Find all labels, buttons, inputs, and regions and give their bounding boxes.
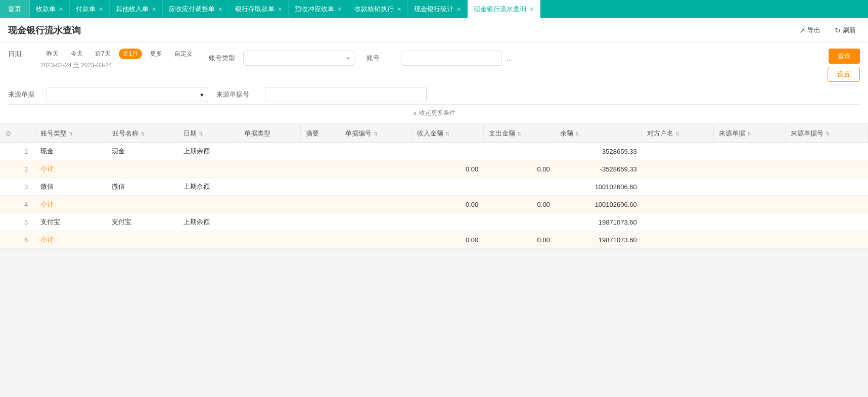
cell-doc_type bbox=[239, 178, 301, 196]
date-shortcuts: 昨天今天近7天近1月更多自定义 bbox=[42, 49, 197, 59]
nav-tab[interactable]: 收款核销执行✕ bbox=[348, 0, 408, 18]
row-number: 6 bbox=[17, 231, 35, 249]
cell-income: 0.00 bbox=[412, 196, 484, 213]
sort-icon: ⇅ bbox=[826, 131, 830, 137]
gear-icon[interactable]: ⚙ bbox=[5, 129, 12, 138]
table-row: 3微信微信上期余额100102606.60 bbox=[0, 178, 868, 196]
cell-counterparty bbox=[642, 231, 714, 249]
close-icon[interactable]: ✕ bbox=[218, 6, 222, 13]
settings-button[interactable]: 设置 bbox=[828, 67, 860, 82]
nav-tab[interactable]: 银行存取款单✕ bbox=[229, 0, 289, 18]
refresh-button[interactable]: ↻ 刷新 bbox=[831, 24, 860, 37]
cell-account_type: 小计 bbox=[35, 196, 107, 213]
cell-counterparty bbox=[642, 143, 714, 160]
column-header-income[interactable]: 收入金额⇅ bbox=[412, 125, 484, 143]
cell-balance: -3528659.33 bbox=[555, 143, 642, 160]
account-input[interactable] bbox=[401, 51, 502, 66]
close-icon[interactable]: ✕ bbox=[152, 6, 156, 13]
cell-income bbox=[412, 178, 484, 196]
date-label: 日期 bbox=[8, 50, 38, 59]
sort-icon: ⇅ bbox=[747, 131, 751, 137]
source-doc-chevron-icon: ▾ bbox=[200, 91, 204, 99]
cell-source_doc_no bbox=[785, 213, 867, 231]
top-navigation: 首页 收款单✕付款单✕其他收入单✕应收应付调整单✕银行存取款单✕预收冲应收单✕收… bbox=[0, 0, 868, 18]
sort-icon: ⇅ bbox=[445, 131, 449, 137]
row-gear-cell bbox=[0, 160, 17, 178]
cell-account_name bbox=[107, 160, 178, 178]
column-header-counterparty[interactable]: 对方户名⇅ bbox=[642, 125, 714, 143]
cell-balance: 19871073.60 bbox=[555, 213, 642, 231]
close-icon[interactable]: ✕ bbox=[529, 6, 534, 13]
cell-counterparty bbox=[642, 213, 714, 231]
nav-tab[interactable]: 付款单✕ bbox=[70, 0, 110, 18]
cell-date bbox=[178, 231, 239, 249]
cell-source_doc_no bbox=[785, 196, 867, 213]
row-number: 5 bbox=[17, 213, 35, 231]
close-icon[interactable]: ✕ bbox=[99, 6, 103, 13]
close-icon[interactable]: ✕ bbox=[397, 6, 401, 13]
nav-tab[interactable]: 其他收入单✕ bbox=[110, 0, 163, 18]
cell-source_doc_no bbox=[785, 160, 867, 178]
column-header-balance[interactable]: 余额⇅ bbox=[555, 125, 642, 143]
column-header-source_doc[interactable]: 来源单据⇅ bbox=[713, 125, 785, 143]
cell-doc_no bbox=[340, 231, 412, 249]
cell-doc_type bbox=[239, 231, 301, 249]
cell-summary bbox=[301, 231, 340, 249]
cell-date bbox=[178, 160, 239, 178]
column-header-date[interactable]: 日期⇅ bbox=[178, 125, 239, 143]
cell-doc_no bbox=[340, 160, 412, 178]
nav-home[interactable]: 首页 bbox=[0, 0, 30, 18]
source-doc-no-input[interactable] bbox=[265, 87, 427, 102]
header-actions: ↗ 导出 ↻ 刷新 bbox=[795, 24, 860, 37]
cell-counterparty bbox=[642, 178, 714, 196]
column-header-doc_no[interactable]: 单据编号⇅ bbox=[340, 125, 412, 143]
cell-summary bbox=[301, 178, 340, 196]
close-icon[interactable]: ✕ bbox=[59, 6, 63, 13]
column-header-account_type[interactable]: 账号类型⇅ bbox=[35, 125, 107, 143]
collapse-button[interactable]: ∧ 收起更多条件 bbox=[8, 104, 860, 117]
row-gear-cell bbox=[0, 196, 17, 213]
cell-account_type: 支付宝 bbox=[35, 213, 107, 231]
export-button[interactable]: ↗ 导出 bbox=[795, 24, 825, 37]
source-doc-no-label: 来源单据号 bbox=[216, 90, 257, 99]
account-type-select[interactable]: ▾ bbox=[243, 51, 354, 66]
close-icon[interactable]: ✕ bbox=[278, 6, 282, 13]
date-shortcut-today[interactable]: 今天 bbox=[67, 49, 87, 59]
cell-doc_type bbox=[239, 143, 301, 160]
cell-account_type: 小计 bbox=[35, 231, 107, 249]
date-shortcut-yesterday[interactable]: 昨天 bbox=[42, 49, 63, 59]
cell-summary bbox=[301, 160, 340, 178]
close-icon[interactable]: ✕ bbox=[456, 6, 461, 13]
export-icon: ↗ bbox=[799, 26, 805, 34]
nav-tab[interactable]: 应收应付调整单✕ bbox=[163, 0, 229, 18]
cell-date bbox=[178, 196, 239, 213]
date-shortcut-more[interactable]: 更多 bbox=[146, 49, 166, 59]
date-shortcut-1month[interactable]: 近1月 bbox=[119, 49, 143, 59]
table-row: 2小计0.000.00-3528659.33 bbox=[0, 160, 868, 178]
page-title: 现金银行流水查询 bbox=[8, 24, 81, 36]
cell-source_doc bbox=[713, 143, 785, 160]
account-dots-button[interactable]: ... bbox=[504, 54, 515, 63]
column-header-expense[interactable]: 支出金额⇅ bbox=[483, 125, 555, 143]
cell-date: 上期余额 bbox=[178, 178, 239, 196]
nav-tab[interactable]: 预收冲应收单✕ bbox=[289, 0, 348, 18]
row-gear-cell bbox=[0, 213, 17, 231]
cell-counterparty bbox=[642, 196, 714, 213]
nav-tab[interactable]: 现金银行统计✕ bbox=[408, 0, 468, 18]
source-doc-label: 来源单据 bbox=[8, 90, 38, 99]
cell-doc_no bbox=[340, 196, 412, 213]
date-shortcut-7days[interactable]: 近7天 bbox=[91, 49, 115, 59]
cell-summary bbox=[301, 213, 340, 231]
sort-icon: ⇅ bbox=[199, 131, 203, 137]
nav-tab[interactable]: 现金银行流水查询✕ bbox=[468, 0, 540, 18]
column-header-account_name[interactable]: 账号名称⇅ bbox=[107, 125, 178, 143]
date-shortcut-custom[interactable]: 自定义 bbox=[170, 49, 197, 59]
cell-account_name bbox=[107, 231, 178, 249]
column-header-source_doc_no[interactable]: 来源单据号⇅ bbox=[785, 125, 867, 143]
source-doc-select[interactable]: ▾ bbox=[47, 87, 208, 102]
cell-expense: 0.00 bbox=[483, 196, 555, 213]
close-icon[interactable]: ✕ bbox=[337, 6, 342, 13]
cell-source_doc bbox=[713, 178, 785, 196]
nav-tab[interactable]: 收款单✕ bbox=[30, 0, 70, 18]
query-button[interactable]: 查询 bbox=[829, 49, 860, 64]
